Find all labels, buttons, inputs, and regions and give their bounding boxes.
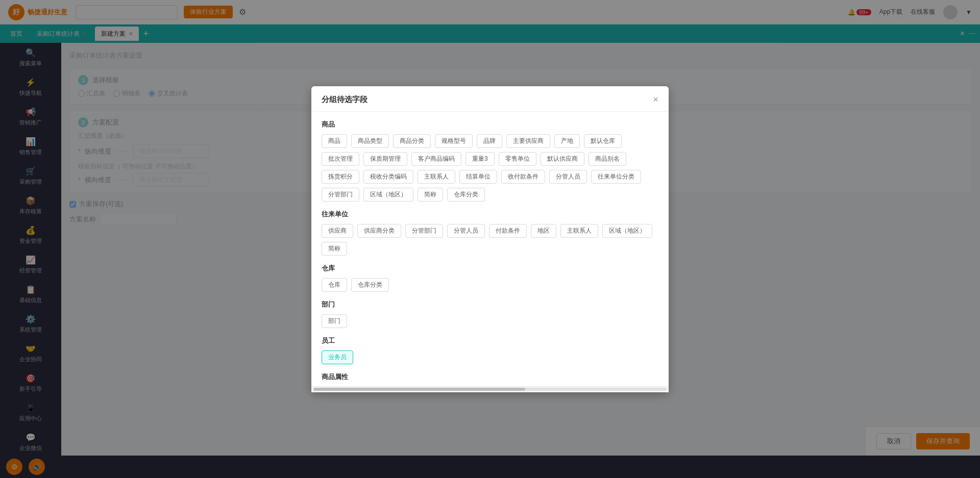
tag-item[interactable]: 简称 (418, 188, 443, 202)
tag-item[interactable]: 客户商品编码 (411, 152, 461, 166)
section-title-product: 商品 (322, 120, 658, 129)
tag-item[interactable]: 付款条件 (489, 224, 527, 238)
tag-item[interactable]: 地区 (531, 224, 556, 238)
section-title-partner: 往来单位 (322, 210, 658, 219)
tag-item[interactable]: 零售单位 (499, 152, 536, 166)
tag-grid-department: 部门 (322, 314, 658, 328)
dialog-header: 分组待选字段 × (311, 86, 669, 112)
tag-item[interactable]: 分管部门 (405, 224, 443, 238)
tag-item[interactable]: 商品分类 (393, 134, 431, 148)
tag-item[interactable]: 商品类型 (351, 134, 389, 148)
tag-item[interactable]: 批次管理 (322, 152, 359, 166)
tag-item[interactable]: 保质期管理 (363, 152, 407, 166)
tag-item[interactable]: 供应商 (322, 224, 353, 238)
tag-item[interactable]: 默认仓库 (584, 134, 622, 148)
tag-item[interactable]: 分管部门 (322, 188, 359, 202)
section-title-employee: 员工 (322, 336, 658, 345)
tag-item[interactable]: 重量3 (465, 152, 495, 166)
tag-item[interactable]: 供应商分类 (357, 224, 401, 238)
tag-item-employee[interactable]: 业务员 (322, 350, 353, 364)
tag-item[interactable]: 收付款条件 (501, 170, 545, 184)
tag-item[interactable]: 区域（地区） (363, 188, 413, 202)
h-scrollbar-thumb[interactable] (313, 388, 525, 391)
tag-item[interactable]: 规格型号 (435, 134, 473, 148)
dialog-close-button[interactable]: × (653, 94, 658, 105)
tag-grid-product: 商品 商品类型 商品分类 规格型号 品牌 主要供应商 产地 默认仓库 批次管理 … (322, 134, 658, 202)
tag-item[interactable]: 往来单位分类 (591, 170, 641, 184)
tag-item[interactable]: 主要供应商 (506, 134, 550, 148)
tag-item[interactable]: 仓库分类 (447, 188, 485, 202)
field-picker-dialog: 分组待选字段 × 商品 商品 商品类型 商品分类 规格型号 品牌 主要供应商 产… (311, 86, 669, 392)
tag-item[interactable]: 商品 (322, 134, 347, 148)
dialog-body[interactable]: 商品 商品 商品类型 商品分类 规格型号 品牌 主要供应商 产地 默认仓库 批次… (311, 112, 669, 386)
tag-grid-warehouse: 仓库 仓库分类 (322, 278, 658, 292)
tag-item[interactable]: 仓库 (322, 278, 347, 292)
tag-item[interactable]: 主联系人 (418, 170, 455, 184)
tag-item[interactable]: 主联系人 (560, 224, 598, 238)
tag-item[interactable]: 税收分类编码 (363, 170, 413, 184)
dialog-overlay: 分组待选字段 × 商品 商品 商品类型 商品分类 规格型号 品牌 主要供应商 产… (0, 0, 980, 456)
tag-item[interactable]: 仓库分类 (351, 278, 389, 292)
dialog-title: 分组待选字段 (322, 95, 368, 105)
tag-item[interactable]: 简称 (322, 242, 347, 256)
section-title-department: 部门 (322, 300, 658, 309)
tag-item[interactable]: 默认供应商 (541, 152, 584, 166)
tag-item[interactable]: 分管人员 (549, 170, 587, 184)
section-title-product-attr: 商品属性 (322, 372, 658, 382)
section-title-warehouse: 仓库 (322, 264, 658, 273)
tag-grid-employee: 业务员 (322, 350, 658, 364)
tag-item[interactable]: 结算单位 (459, 170, 497, 184)
tag-item[interactable]: 品牌 (477, 134, 502, 148)
tag-item[interactable]: 产地 (554, 134, 580, 148)
tag-item[interactable]: 拣货积分 (322, 170, 359, 184)
tag-item[interactable]: 区域（地区） (602, 224, 652, 238)
tag-item[interactable]: 商品别名 (589, 152, 626, 166)
dialog-h-scrollbar[interactable] (311, 386, 669, 392)
tag-grid-partner: 供应商 供应商分类 分管部门 分管人员 付款条件 地区 主联系人 区域（地区） … (322, 224, 658, 256)
tag-item[interactable]: 分管人员 (447, 224, 485, 238)
tag-item[interactable]: 部门 (322, 314, 347, 328)
